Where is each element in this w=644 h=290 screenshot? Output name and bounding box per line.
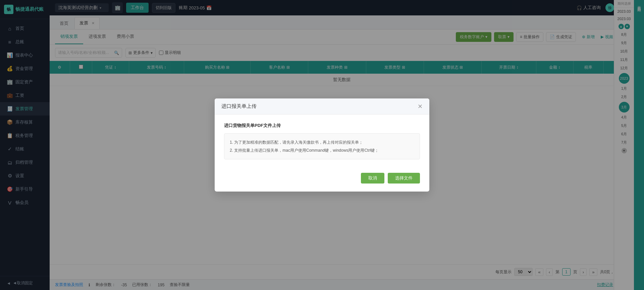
modal-info-line2: 2. 支持批量上传进口报关单，mac用户使用Command键，windows用户… [230, 146, 414, 154]
cancel-modal-button[interactable]: 取消 [361, 173, 384, 184]
modal-header: 进口报关单上传 ✕ [215, 98, 429, 115]
modal-title: 进口报关单上传 [221, 103, 257, 110]
select-file-button[interactable]: 选择文件 [388, 173, 420, 184]
modal-overlay[interactable]: 进口报关单上传 ✕ 进口货物报关单PDF文件上传 1. 为了更加精准的数据匹配，… [0, 0, 644, 290]
modal-footer: 取消 选择文件 [215, 167, 429, 192]
import-customs-modal: 进口报关单上传 ✕ 进口货物报关单PDF文件上传 1. 为了更加精准的数据匹配，… [215, 98, 429, 192]
modal-info-box: 1. 为了更加精准的数据匹配，请先录入海关缴款书，再上传对应的报关单； 2. 支… [224, 133, 420, 159]
close-icon[interactable]: ✕ [418, 103, 423, 110]
modal-body: 进口货物报关单PDF文件上传 1. 为了更加精准的数据匹配，请先录入海关缴款书，… [215, 115, 429, 167]
modal-section-title: 进口货物报关单PDF文件上传 [224, 123, 420, 129]
modal-info-line1: 1. 为了更加精准的数据匹配，请先录入海关缴款书，再上传对应的报关单； [230, 138, 414, 146]
